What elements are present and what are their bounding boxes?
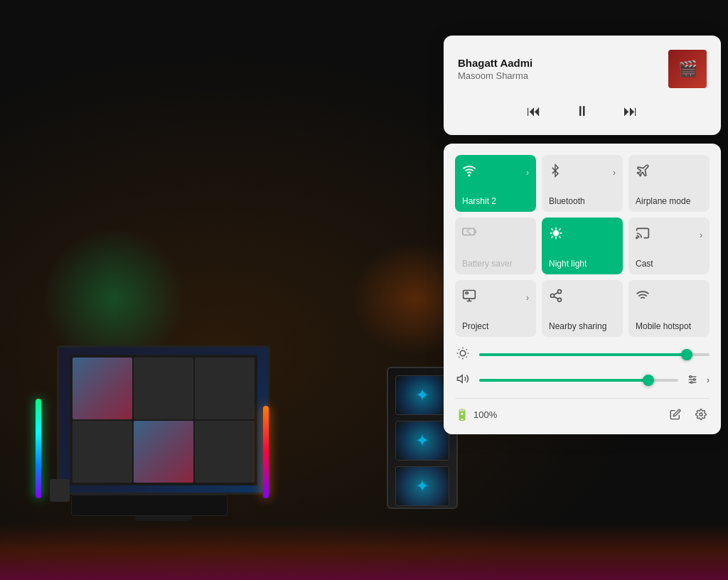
volume-fill [479,379,648,382]
bluetooth-chevron: › [613,168,616,178]
nearby-tile-top: › [549,289,616,306]
brightness-icon [455,347,471,362]
floor-rgb [0,523,728,580]
project-icon [462,289,476,306]
toggle-grid-row2: › Battery saver [455,218,710,274]
wifi-icon [462,163,476,181]
cast-icon [636,226,650,244]
battery-saver-icon [462,226,478,241]
bluetooth-tile[interactable]: › Bluetooth [542,155,623,212]
cast-chevron: › [700,230,702,240]
media-thumbnail: 🎬 [668,50,707,88]
hotspot-label: Mobile hotspot [636,321,691,331]
screen-tile [195,421,255,483]
project-chevron: › [526,293,529,303]
media-player-card: Bhagatt Aadmi Masoom Sharma 🎬 ⏮ ⏸ ⏭ [444,36,721,135]
volume-icon [455,372,471,388]
nearby-sharing-tile[interactable]: › Nearby sharing [542,280,623,337]
night-light-tile-top: › [549,226,616,244]
footer-actions [667,406,710,423]
battery-tile-top: › [462,226,529,241]
quick-settings-panel: Bhagatt Aadmi Masoom Sharma 🎬 ⏮ ⏸ ⏭ [444,36,721,434]
song-title: Bhagatt Aadmi [458,57,532,69]
svg-line-23 [554,292,558,294]
bluetooth-label: Bluetooth [549,196,585,206]
play-pause-button[interactable]: ⏸ [569,98,595,124]
svg-line-12 [552,236,553,237]
battery-saver-tile[interactable]: › Battery saver [455,218,536,274]
night-light-icon [549,226,563,244]
svg-line-13 [559,229,560,230]
night-light-tile[interactable]: › Night light [542,218,623,274]
edit-quick-settings-button[interactable] [667,406,684,423]
media-info: Bhagatt Aadmi Masoom Sharma 🎬 [458,50,707,88]
wifi-tile[interactable]: › Harshit 2 [455,155,536,212]
svg-line-32 [466,349,467,350]
svg-line-8 [552,229,553,230]
airplane-label: Airplane mode [636,196,690,206]
settings-button[interactable] [692,406,710,423]
keyboard [71,495,228,516]
screen-tile [73,421,132,483]
battery-label: Battery saver [462,259,513,269]
svg-line-3 [466,229,469,232]
next-button[interactable]: ⏭ [618,98,643,124]
svg-line-9 [559,236,560,237]
svg-point-39 [690,381,692,383]
airplane-tile-top: › [636,163,702,181]
svg-point-21 [558,298,562,301]
thumbnail-emoji: 🎬 [678,60,697,78]
rgb-strip-right [263,406,269,498]
cast-label: Cast [636,259,653,269]
svg-marker-33 [458,375,463,383]
volume-slider[interactable] [479,379,678,382]
svg-line-22 [554,296,558,299]
bluetooth-tile-top: › [549,163,616,181]
song-artist: Masoom Sharma [458,70,532,81]
svg-point-37 [690,375,692,377]
mobile-hotspot-icon [636,289,650,306]
prev-button[interactable]: ⏮ [521,98,547,124]
svg-point-20 [551,294,555,298]
mug [50,479,70,502]
airplane-tile[interactable]: › Airplane mode [628,155,710,212]
svg-point-19 [558,290,562,294]
volume-chevron[interactable]: › [707,375,710,385]
battery-charging-icon: 🔋 [455,408,469,421]
hotspot-tile-top: › [636,289,702,306]
cast-tile[interactable]: › Cast [628,218,710,274]
screen-tile [195,358,255,419]
mobile-hotspot-tile[interactable]: › Mobile hotspot [628,280,710,337]
toggle-grid-row1: › Harshit 2 › Bluetooth [455,155,710,212]
media-controls: ⏮ ⏸ ⏭ [458,98,707,124]
screen-tile [134,358,193,419]
pc-fan-3 [395,466,449,506]
media-text: Bhagatt Aadmi Masoom Sharma [458,57,532,81]
quick-settings-card: › Harshit 2 › Bluetooth [444,144,721,434]
nearby-sharing-icon [549,289,563,306]
cast-tile-top: › [636,226,702,244]
volume-thumb [643,375,654,386]
rgb-strip-left [36,399,41,498]
wifi-tile-top: › [462,163,529,181]
brightness-slider[interactable] [479,353,710,356]
svg-point-5 [554,231,559,236]
night-light-label: Night light [549,259,587,269]
svg-point-14 [636,237,638,239]
battery-percent: 100% [473,409,497,420]
svg-rect-18 [466,292,468,294]
toggle-grid-row3: › Project › [455,280,710,337]
bluetooth-icon [549,163,562,181]
battery-info: 🔋 100% [455,408,497,421]
svg-point-24 [460,350,466,356]
project-tile[interactable]: › Project [455,280,536,337]
monitor [57,345,270,495]
pc-fan-1 [395,375,449,415]
svg-line-27 [459,349,459,350]
svg-point-38 [693,378,695,380]
svg-point-0 [469,175,470,176]
nearby-label: Nearby sharing [549,321,606,331]
volume-row: › [455,372,710,388]
wifi-chevron: › [526,168,529,178]
project-tile-top: › [462,289,529,306]
